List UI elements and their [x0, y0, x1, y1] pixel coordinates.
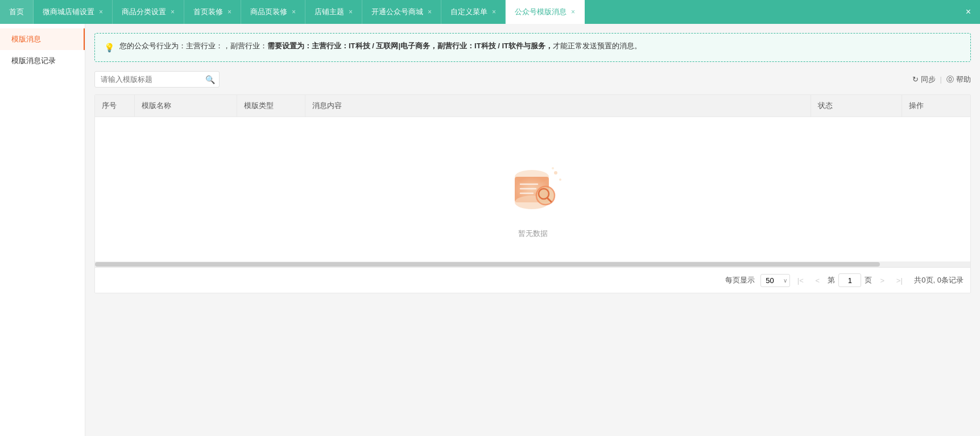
tab-close-openshop[interactable]: ×	[428, 8, 432, 16]
tab-close-productpage[interactable]: ×	[292, 8, 296, 16]
tab-theme[interactable]: 店铺主题×	[305, 0, 362, 24]
svg-point-10	[559, 178, 561, 181]
svg-point-9	[554, 171, 557, 175]
tab-close-theme[interactable]: ×	[349, 8, 353, 16]
page-number-input[interactable]	[838, 273, 861, 287]
empty-icon	[499, 151, 567, 219]
top-nav: 首页微商城店铺设置×商品分类设置×首页装修×商品页装修×店铺主题×开通公众号商城…	[0, 0, 980, 24]
tab-close-categories[interactable]: ×	[171, 8, 175, 16]
search-input[interactable]	[94, 71, 220, 88]
main-content: 💡 您的公众号行业为：主营行业：，副营行业：需要设置为：主营行业：IT科技 / …	[85, 24, 980, 436]
notice-text: 您的公众号行业为：主营行业：，副营行业：需要设置为：主营行业：IT科技 / 互联…	[119, 40, 642, 52]
per-page-select-wrap: 50 20 100	[760, 274, 790, 287]
tab-close-homepage[interactable]: ×	[228, 8, 231, 16]
col-action: 操作	[902, 95, 970, 117]
tab-close-weshop[interactable]: ×	[99, 8, 103, 16]
empty-text: 暂无数据	[518, 229, 548, 239]
layout: 模版消息模版消息记录 💡 您的公众号行业为：主营行业：，副营行业：需要设置为：主…	[0, 24, 980, 436]
tab-productpage[interactable]: 商品页装修×	[241, 0, 305, 24]
toolbar-right: ↻ 同步 | ⓪ 帮助	[912, 74, 971, 85]
tab-close-custommenu[interactable]: ×	[492, 8, 496, 16]
empty-state: 暂无数据	[95, 117, 970, 261]
sidebar: 模版消息模版消息记录	[0, 24, 85, 436]
last-page-button[interactable]: >|	[892, 273, 906, 287]
search-input-wrap: 🔍	[94, 71, 220, 88]
tab-weshop[interactable]: 微商城店铺设置×	[34, 0, 113, 24]
search-button[interactable]: 🔍	[205, 75, 215, 84]
col-content: 消息内容	[305, 95, 811, 117]
refresh-icon: ↻	[912, 75, 919, 84]
svg-point-11	[552, 167, 554, 169]
total-label: 共0页, 0条记录	[914, 275, 964, 285]
table-header: 序号模版名称模版类型消息内容状态操作	[95, 95, 970, 117]
data-table: 序号模版名称模版类型消息内容状态操作	[94, 94, 971, 293]
col-name: 模版名称	[135, 95, 237, 117]
sidebar-item-template-msg[interactable]: 模版消息	[0, 28, 85, 50]
divider: |	[940, 75, 942, 84]
tab-templatemsg[interactable]: 公众号模版消息×	[506, 0, 585, 24]
horizontal-scrollbar[interactable]	[95, 261, 970, 267]
per-page-select[interactable]: 50 20 100	[760, 274, 790, 287]
global-close-button[interactable]: ×	[957, 0, 980, 24]
tab-categories[interactable]: 商品分类设置×	[113, 0, 184, 24]
tab-close-templatemsg[interactable]: ×	[571, 8, 575, 16]
col-type: 模版类型	[237, 95, 305, 117]
next-page-button[interactable]: >	[875, 273, 889, 287]
col-status: 状态	[811, 95, 902, 117]
sync-button[interactable]: ↻ 同步	[912, 74, 936, 85]
scrollbar-thumb[interactable]	[95, 262, 880, 267]
col-seq: 序号	[95, 95, 135, 117]
pagination: 每页显示 50 20 100 |< < 第 页 > >| 共0页, 0条记录	[95, 267, 970, 293]
prev-page-button[interactable]: <	[811, 273, 824, 287]
notice-box: 💡 您的公众号行业为：主营行业：，副营行业：需要设置为：主营行业：IT科技 / …	[94, 33, 971, 62]
help-button[interactable]: ⓪ 帮助	[946, 74, 971, 85]
page-label-suffix: 页	[865, 275, 872, 285]
first-page-button[interactable]: |<	[793, 273, 807, 287]
sidebar-item-template-msg-record[interactable]: 模版消息记录	[0, 50, 85, 72]
tab-custommenu[interactable]: 自定义菜单×	[441, 0, 506, 24]
bulb-icon: 💡	[104, 41, 115, 55]
search-bar: 🔍 ↻ 同步 | ⓪ 帮助	[94, 71, 971, 88]
help-icon: ⓪	[946, 74, 954, 85]
per-page-label: 每页显示	[725, 275, 755, 285]
tab-openshop[interactable]: 开通公众号商城×	[362, 0, 441, 24]
tab-home[interactable]: 首页	[0, 0, 34, 24]
page-label-prefix: 第	[828, 275, 835, 285]
tab-homepage[interactable]: 首页装修×	[184, 0, 241, 24]
